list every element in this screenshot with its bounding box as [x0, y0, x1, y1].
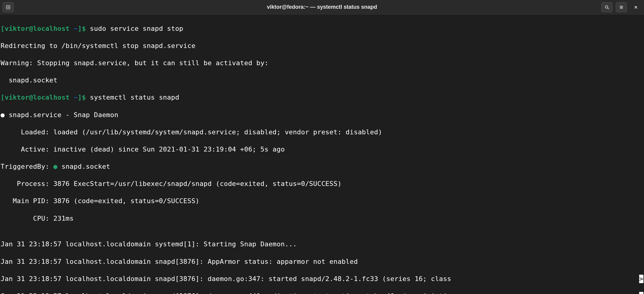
status-dot-icon: ● — [53, 163, 57, 170]
window-titlebar: viktor@fedora:~ — systemctl status snapd — [0, 0, 644, 14]
prompt-cwd: ~ — [70, 25, 78, 32]
status-dot-icon: ● — [1, 111, 5, 119]
terminal-line: Main PID: 3876 (code=exited, status=0/SU… — [1, 197, 643, 206]
terminal-line: Loaded: loaded (/usr/lib/systemd/system/… — [1, 128, 643, 137]
log-text: Jan 31 23:18:57 localhost.localdomain sn… — [1, 275, 451, 283]
search-button[interactable] — [601, 2, 613, 12]
prompt-user-host: [viktor@localhost — [1, 94, 70, 101]
close-window-button[interactable] — [630, 2, 642, 12]
terminal-line: Jan 31 23:18:57 localhost.localdomain sn… — [1, 275, 643, 283]
window-title: viktor@fedora:~ — systemctl status snapd — [267, 4, 377, 11]
terminal-line: Redirecting to /bin/systemctl stop snapd… — [1, 42, 643, 50]
terminal-line: Process: 3876 ExecStart=/usr/libexec/sna… — [1, 180, 643, 188]
terminal-line: Jan 31 23:18:57 localhost.localdomain sn… — [1, 257, 643, 266]
truncation-marker: > — [639, 292, 643, 294]
service-name: snapd.service - Snap Daemon — [5, 111, 118, 119]
terminal-line: Warning: Stopping snapd.service, but it … — [1, 59, 643, 68]
command-text: sudo service snapd stop — [90, 25, 183, 32]
terminal-line: Active: inactive (dead) since Sun 2021-0… — [1, 145, 643, 154]
svg-point-3 — [605, 5, 608, 8]
terminal-line: Jan 31 23:18:57 localhost.localdomain sy… — [1, 240, 643, 249]
prompt-suffix: ]$ — [78, 25, 90, 32]
terminal-line: snapd.socket — [1, 76, 643, 85]
terminal-line: Jan 31 23:18:57 localhost.localdomain sn… — [1, 292, 643, 294]
triggered-by-value: snapd.socket — [57, 163, 110, 170]
command-text: systemctl status snapd — [90, 94, 179, 101]
terminal-line: ● snapd.service - Snap Daemon — [1, 111, 643, 120]
hamburger-menu-button[interactable] — [616, 2, 627, 12]
prompt-cwd: ~ — [70, 94, 78, 101]
svg-line-4 — [607, 8, 609, 9]
new-tab-button[interactable] — [2, 2, 14, 12]
terminal-line: [viktor@localhost ~]$ systemctl status s… — [1, 93, 643, 102]
log-text: Jan 31 23:18:57 localhost.localdomain sn… — [1, 292, 451, 294]
prompt-user-host: [viktor@localhost — [1, 25, 70, 32]
triggered-by-label: TriggeredBy: — [1, 163, 53, 170]
terminal-line: [viktor@localhost ~]$ sudo service snapd… — [1, 24, 643, 33]
terminal-viewport[interactable]: [viktor@localhost ~]$ sudo service snapd… — [0, 14, 644, 294]
truncation-marker: > — [639, 275, 643, 283]
prompt-suffix: ]$ — [78, 94, 90, 101]
terminal-line: TriggeredBy: ● snapd.socket — [1, 162, 643, 171]
terminal-line: CPU: 231ms — [1, 214, 643, 223]
